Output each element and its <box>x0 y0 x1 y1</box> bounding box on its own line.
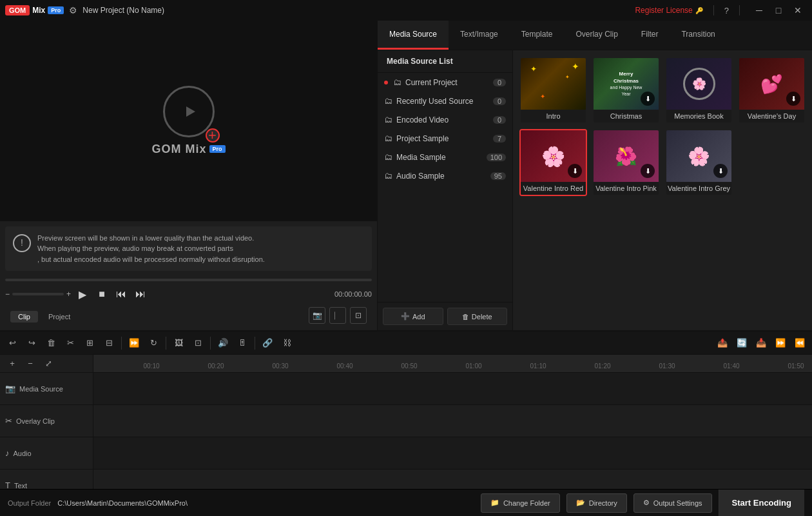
source-item-media-sample[interactable]: 🗂 Media Sample 100 <box>378 148 512 166</box>
trim-button[interactable]: ⊡ <box>350 307 367 324</box>
volume-plus-icon[interactable]: + <box>66 290 71 299</box>
source-count-recently: 0 <box>493 97 506 105</box>
zoom-out-button[interactable]: − <box>23 357 37 371</box>
source-item-recently-used[interactable]: 🗂 Recently Used Source 0 <box>378 92 512 110</box>
text-track-icon: T <box>5 481 10 489</box>
add-icon: ➕ <box>401 312 410 321</box>
split-toolbar-button[interactable]: ✂ <box>62 335 79 352</box>
track-label-overlay-clip: ✂ Overlay Clip <box>0 405 93 437</box>
audio-button[interactable]: 🔊 <box>215 335 231 352</box>
template-valentine-intro-grey[interactable]: 🌸 ⬇ Valentine Intro Grey <box>665 129 733 196</box>
tab-project[interactable]: Project <box>41 311 78 322</box>
settings-icon[interactable]: ⚙ <box>69 5 77 15</box>
redo-button[interactable]: ↪ <box>23 335 40 352</box>
tab-filter[interactable]: Filter <box>630 21 670 50</box>
source-item-current-project[interactable]: 🗂 Current Project 0 <box>378 73 512 92</box>
track-row-audio[interactable] <box>93 437 812 470</box>
volume-minus-icon[interactable]: − <box>5 290 10 299</box>
track-row-media-source[interactable] <box>93 373 812 405</box>
audio-track-label: Audio <box>14 450 32 457</box>
template-christmas[interactable]: Merry Christmas and Happy New Year ⬇ Chr… <box>592 57 660 124</box>
track-label-audio: ♪ Audio <box>0 437 93 470</box>
maximize-button[interactable]: □ <box>769 1 788 19</box>
delete-button[interactable]: 🗑 Delete <box>447 308 508 325</box>
close-button[interactable]: ✕ <box>789 1 807 19</box>
loop-button[interactable]: 🔄 <box>733 335 750 352</box>
register-license-link[interactable]: Register License 🔑 <box>635 6 702 15</box>
backward-button[interactable]: ⏪ <box>791 335 808 352</box>
val-pink-flowers-icon: 🌺 <box>615 146 637 167</box>
template-grid-area: ✦ ✦ ✦ ✦ Intro <box>513 50 812 330</box>
valentines-day-download-btn[interactable]: ⬇ <box>786 92 800 106</box>
forward-button[interactable]: ⏩ <box>772 335 789 352</box>
volume-bar[interactable] <box>12 293 64 295</box>
overlay-link-button[interactable]: 🔗 <box>259 335 276 352</box>
directory-icon: 📂 <box>576 499 585 507</box>
source-label-recently-used: Recently Used Source <box>396 97 489 106</box>
template-intro[interactable]: ✦ ✦ ✦ ✦ Intro <box>519 57 587 124</box>
source-item-encoded-video[interactable]: 🗂 Encoded Video 0 <box>378 110 512 129</box>
template-memories-book[interactable]: 🌸 Memories Book <box>665 57 733 124</box>
val-pink-download-btn[interactable]: ⬇ <box>641 164 655 178</box>
prev-frame-button[interactable]: ⏮ <box>113 286 129 302</box>
val-red-download-btn[interactable]: ⬇ <box>568 164 582 178</box>
minimize-button[interactable]: ─ <box>750 1 768 19</box>
preview-brand-row: GOM Mix Pro <box>151 143 225 156</box>
media-source-panel: Media Source List 🗂 Current Project 0 🗂 … <box>378 50 812 330</box>
tab-clip[interactable]: Clip <box>10 311 38 322</box>
export-button[interactable]: 📤 <box>714 335 731 352</box>
template-valentines-day[interactable]: 💕 ⬇ Valentine's Day <box>738 57 806 124</box>
image-crop-button[interactable]: ⊡ <box>189 335 206 352</box>
template-valentine-intro-pink[interactable]: 🌺 ⬇ Valentine Intro Pink <box>592 129 660 196</box>
svg-marker-0 <box>186 106 195 117</box>
tab-media-source[interactable]: Media Source <box>378 21 449 50</box>
add-button[interactable]: ➕ Add <box>383 308 443 325</box>
speed-button[interactable]: ⏩ <box>126 335 142 352</box>
group-button[interactable]: ⊞ <box>81 335 98 352</box>
track-row-text[interactable] <box>93 470 812 489</box>
val-grey-download-btn[interactable]: ⬇ <box>713 164 728 178</box>
import-button[interactable]: 📥 <box>753 335 769 352</box>
start-encoding-button[interactable]: Start Encoding <box>719 490 804 517</box>
rotate-button[interactable]: ↻ <box>145 335 162 352</box>
thumb-val-red-img: 🌸 ⬇ <box>521 130 586 182</box>
tab-overlay-clip[interactable]: Overlay Clip <box>564 21 629 50</box>
directory-button[interactable]: 📂 Directory <box>566 493 627 513</box>
timeline-tracks[interactable]: 00:10 00:20 00:30 00:40 00:50 01:00 01:1… <box>93 355 812 489</box>
audio-mix-button[interactable]: 🎚 <box>234 335 251 352</box>
audio-track-icon: ♪ <box>5 448 10 458</box>
ungroup-button[interactable]: ⊟ <box>101 335 117 352</box>
change-folder-icon: 📁 <box>490 499 499 507</box>
preview-seekbar[interactable] <box>5 279 372 281</box>
change-folder-button[interactable]: 📁 Change Folder <box>481 493 560 513</box>
tab-transition[interactable]: Transition <box>670 21 726 50</box>
play-button[interactable]: ▶ <box>75 286 90 302</box>
source-item-audio-sample[interactable]: 🗂 Audio Sample 95 <box>378 166 512 185</box>
preview-video-area: + GOM Mix Pro <box>0 21 377 221</box>
ruler-mark-0120: 01:20 <box>594 362 610 370</box>
source-label-audio-sample: Audio Sample <box>396 172 487 181</box>
next-frame-button[interactable]: ⏭ <box>133 286 148 302</box>
zoom-in-button[interactable]: + <box>5 357 19 371</box>
delete-toolbar-button[interactable]: 🗑 <box>43 335 59 352</box>
tab-template[interactable]: Template <box>510 21 565 50</box>
screenshot-button[interactable]: 📷 <box>309 307 325 324</box>
track-row-overlay-clip[interactable] <box>93 405 812 437</box>
image-insert-button[interactable]: 🖼 <box>170 335 187 352</box>
fit-zoom-button[interactable]: ⤢ <box>41 357 55 371</box>
source-count-project-sample: 7 <box>493 135 506 143</box>
help-icon[interactable]: ? <box>724 6 729 15</box>
split-clip-button[interactable]: ⎸ <box>329 307 346 324</box>
output-settings-button[interactable]: ⚙ Output Settings <box>633 493 712 513</box>
folder-icon-project-sample: 🗂 <box>384 134 392 143</box>
stop-button[interactable]: ■ <box>94 286 110 302</box>
template-valentine-intro-red[interactable]: 🌸 ⬇ Valentine Intro Red <box>519 129 587 196</box>
toolbar-row: ↩ ↪ 🗑 ✂ ⊞ ⊟ ⏩ ↻ 🖼 ⊡ 🔊 🎚 🔗 ⛓ 📤 🔄 📥 ⏩ ⏪ <box>0 332 812 355</box>
ruler-mark-0020: 00:20 <box>208 362 224 370</box>
undo-button[interactable]: ↩ <box>4 335 21 352</box>
christmas-download-btn[interactable]: ⬇ <box>641 92 655 106</box>
source-item-project-sample[interactable]: 🗂 Project Sample 7 <box>378 129 512 148</box>
val-red-petals-icon: 🌸 <box>541 145 565 168</box>
overlay-unlink-button[interactable]: ⛓ <box>278 335 295 352</box>
tab-text-image[interactable]: Text/Image <box>449 21 510 50</box>
